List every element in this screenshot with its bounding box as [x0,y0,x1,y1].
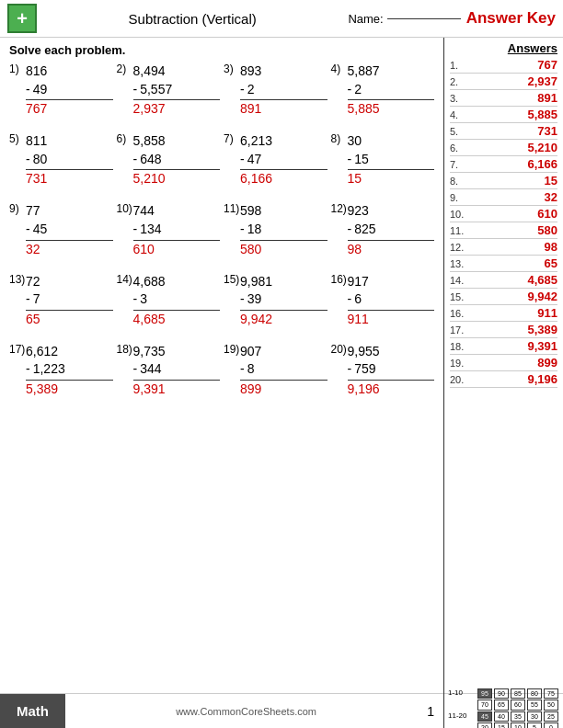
answer-num: 11. [450,225,470,236]
problem-top: 6,213 [240,132,272,151]
problem-13: 13) 72 - 7 65 [9,273,113,326]
problem-top: 893 [240,63,261,81]
answer-sidebar-value: 65 [470,256,557,270]
footer-website: www.CommonCoreSheets.com [65,706,427,717]
problem-set: 8) 30 - 15 15 [331,132,435,186]
answer-item-8: 8. 15 [450,173,557,189]
logo: + [7,4,37,33]
problem-6: 6) 5,858 - 648 5,210 [117,132,221,186]
answer-sidebar-value: 580 [470,223,557,237]
answer-item-17: 17. 5,389 [450,322,557,338]
subtrahend-value: 1,223 [33,360,65,379]
problem-top: 598 [240,202,261,221]
problem-num: 16) [331,273,347,286]
answer-num: 8. [450,176,470,187]
problem-num: 12) [331,202,347,215]
answer-sidebar-value: 899 [470,356,557,370]
problem-set: 15) 9,981 - 39 9,942 [224,273,327,326]
problem-num: 9) [9,202,19,215]
answer-item-11: 11. 580 [450,222,557,239]
problem-top: 8,494 [133,63,166,81]
problem-top: 9,955 [348,343,380,361]
answer-value: 911 [348,312,369,326]
answer-num: 14. [450,275,470,286]
problem-4: 4) 5,887 - 2 5,885 [331,63,435,116]
answers-list: 1. 767 2. 2,937 3. 891 4. 5,885 5. 731 6… [450,57,557,388]
subtrahend-value: 344 [140,360,161,379]
problem-top: 30 [348,132,362,151]
minus-icon: - [240,81,245,99]
instruction: Solve each problem. [9,43,434,57]
answer-value: 5,210 [133,171,166,186]
problem-top: 5,887 [348,63,380,81]
problem-top: 923 [348,202,369,221]
answer-num: 10. [450,209,470,220]
subtrahend-value: 5,557 [140,81,172,99]
minus-icon: - [133,360,138,379]
minus-icon: - [348,290,352,309]
footer-page: 1 [427,704,443,719]
problems-area: Solve each problem. 1) 816 - 49 767 2) 8… [0,38,443,692]
answer-key-label: Answer Key [466,9,556,28]
answer-value: 731 [26,171,47,186]
answer-item-12: 12. 98 [450,239,557,256]
problem-set: 12) 923 - 825 98 [331,202,435,256]
problem-subtrahend: - 759 [348,360,376,379]
answer-sidebar-value: 610 [470,207,557,221]
problem-subtrahend: - 825 [348,221,376,239]
answer-value: 2,937 [133,101,166,116]
answer-sidebar-value: 911 [470,306,557,320]
minus-icon: - [348,360,352,379]
problem-8: 8) 30 - 15 15 [331,132,435,186]
answer-value: 32 [26,242,40,256]
minus-icon: - [133,221,138,239]
minus-icon: - [240,151,245,169]
subtrahend-value: 2 [354,81,362,99]
answer-value: 98 [348,242,362,256]
answer-item-1: 1. 767 [450,57,557,74]
answer-sidebar-value: 15 [470,174,557,188]
problem-num: 6) [117,132,127,145]
header: + Subtraction (Vertical) Name: Answer Ke… [0,0,563,38]
answer-item-7: 7. 6,166 [450,156,557,173]
subtrahend-value: 759 [354,360,375,379]
answer-value: 610 [133,242,155,256]
answer-line [26,310,113,311]
answer-line [26,99,113,100]
problem-12: 12) 923 - 825 98 [331,202,435,256]
minus-icon: - [133,151,138,169]
answer-value: 9,196 [348,381,380,396]
problem-num: 3) [224,63,234,75]
problem-subtrahend: - 2 [240,81,254,99]
answer-sidebar-value: 5,885 [470,108,557,121]
answer-sidebar-value: 2,937 [470,74,557,88]
answer-value: 9,391 [133,381,166,396]
answer-sidebar-value: 4,685 [470,273,557,287]
answer-value: 5,885 [348,101,380,116]
answer-line [240,99,327,100]
answer-sidebar-value: 98 [470,240,557,254]
subtrahend-value: 648 [140,151,161,169]
minus-icon: - [240,221,245,239]
problem-top: 816 [26,63,47,81]
problem-set: 13) 72 - 7 65 [9,273,113,326]
answer-sidebar-value: 9,196 [470,372,557,386]
subtrahend-value: 3 [140,290,147,309]
answer-value: 767 [26,101,47,116]
problem-1: 1) 816 - 49 767 [9,63,113,116]
problem-top: 9,981 [240,273,272,291]
problem-top: 917 [348,273,369,291]
subtrahend-value: 47 [247,151,262,169]
answer-line [348,99,435,100]
problem-set: 9) 77 - 45 32 [9,202,113,256]
problem-set: 11) 598 - 18 580 [224,202,327,256]
answer-value: 65 [26,312,40,326]
answer-item-18: 18. 9,391 [450,338,557,355]
answer-line [348,380,435,381]
answer-item-19: 19. 899 [450,355,557,371]
problem-num: 20) [331,343,347,356]
problem-top: 77 [26,202,40,221]
answer-num: 3. [450,93,470,104]
problem-20: 20) 9,955 - 759 9,196 [331,343,435,396]
minus-icon: - [26,360,30,379]
